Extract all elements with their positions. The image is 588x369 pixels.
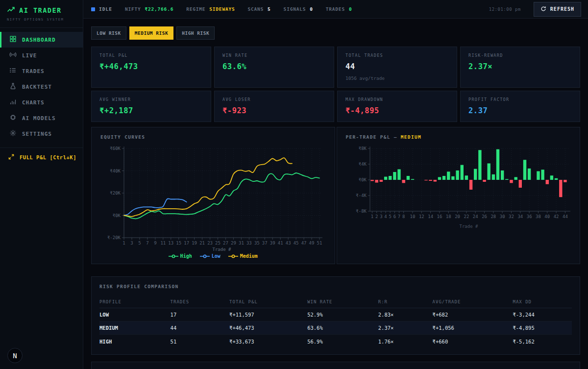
cell-trades: 44 [171,325,230,331]
topbar-item-signals: SIGNALS0 [284,6,313,12]
stat-value: 44 [345,62,449,71]
svg-text:₹8K: ₹8K [358,146,367,151]
topbar-item-label: NIFTY [125,6,141,12]
per-trade-pnl-title: PER-TRADE P&L — MEDIUM [337,127,580,140]
stat-card-total-p-l: TOTAL P&L₹+46,473 [91,47,211,88]
table-row-high[interactable]: HIGH51₹+33,67356.9%1.76×₹+660₹-5,162 [99,335,572,348]
cell-total-pl: ₹+11,597 [229,312,307,318]
svg-text:49: 49 [309,241,315,246]
topbar: IDLE NIFTY₹22,766.6REGIMESIDEWAYSSCANS5S… [83,0,588,19]
svg-text:33: 33 [246,241,252,246]
flask-icon [9,82,17,91]
table-row-medium[interactable]: MEDIUM44₹+46,47363.6%2.37×₹+1,056₹-4,895 [99,321,572,335]
sidebar-item-label: CHARTS [22,99,45,106]
risk-tab-high-risk[interactable]: HIGH RISK [176,26,215,40]
sidebar-item-settings[interactable]: SETTINGS [0,126,83,142]
clock: 12:01:00 pm [489,7,521,12]
sidebar-nav: DASHBOARDLIVETRADESBACKTESTCHARTSAI MODE… [0,28,83,142]
topbar-item-regime: REGIMESIDEWAYS [186,6,235,12]
per-trade-title-text: PER-TRADE P&L — [346,134,397,140]
topbar-item-label: TRADES [326,6,345,12]
svg-text:22: 22 [464,214,469,219]
cell-rr: 2.37× [378,325,433,331]
cell-win-rate: 63.6% [307,325,378,331]
legend-label: Medium [240,253,258,259]
svg-text:23: 23 [207,241,213,246]
topbar-item-value: SIDEWAYS [209,6,235,12]
svg-text:₹40K: ₹40K [110,169,121,173]
svg-text:42: 42 [553,214,559,219]
per-trade-title-profile: MEDIUM [401,134,421,140]
sidebar-item-ai-models[interactable]: AI MODELS [0,110,83,126]
stat-value: ₹+46,473 [99,62,203,71]
trend-up-icon [7,6,15,14]
legend-marker-icon [228,254,238,259]
svg-text:32: 32 [509,214,514,219]
svg-text:45: 45 [294,241,299,246]
svg-text:8: 8 [402,214,404,219]
svg-text:27: 27 [223,241,228,246]
sidebar: AI TRADER NIFTY OPTIONS SYSTEM DASHBOARD… [0,0,83,369]
cell-rr: 1.76× [378,339,433,344]
cell-profile: LOW [99,312,171,318]
cell-avg-trade: ₹+682 [433,312,513,318]
full-pnl-shortcut[interactable]: FULL P&L [Ctrl+K] [0,148,83,167]
full-pnl-label: FULL P&L [Ctrl+K] [20,154,76,160]
sidebar-item-trades[interactable]: TRADES [0,63,83,79]
stat-label: WIN RATE [222,53,326,58]
svg-text:7: 7 [397,214,400,219]
svg-text:19: 19 [192,241,197,246]
legend-item-medium[interactable]: Medium [228,253,258,259]
n-logo: N [7,348,23,363]
svg-text:47: 47 [301,241,307,246]
stat-value: ₹-4,895 [345,106,449,115]
sidebar-footer: N [0,342,83,369]
risk-tab-medium-risk[interactable]: MEDIUM RISK [129,26,173,40]
svg-text:4: 4 [384,214,387,219]
svg-text:Trade #: Trade # [213,247,232,252]
topbar-item-value: ₹22,766.6 [145,6,174,12]
table-col-trades: TRADES [171,299,230,304]
svg-text:1: 1 [370,214,373,219]
sidebar-item-label: AI MODELS [22,115,56,122]
stat-value: 63.6% [222,62,326,71]
cell-win-rate: 52.9% [307,312,378,318]
cell-profile: MEDIUM [99,325,171,331]
stat-label: TOTAL P&L [99,53,203,58]
svg-text:31: 31 [239,241,244,246]
expand-icon [8,153,15,161]
topbar-item-value: 0 [310,6,313,12]
stats-grid: TOTAL P&L₹+46,473WIN RATE63.6%TOTAL TRAD… [91,47,580,122]
stat-card-avg-winner: AVG WINNER₹+2,187 [91,91,211,122]
svg-text:₹-20K: ₹-20K [107,235,121,240]
refresh-button[interactable]: REFRESH [534,2,581,17]
sidebar-item-backtest[interactable]: BACKTEST [0,79,83,95]
stat-subtext: 1056 avg/trade [345,75,449,81]
table-col-avg-trade: AVG/TRADE [433,299,513,304]
table-row-low[interactable]: LOW17₹+11,59752.9%2.83×₹+682₹-3,244 [99,308,572,321]
svg-text:3: 3 [130,241,133,246]
cell-win-rate: 56.9% [307,339,378,344]
legend-item-high[interactable]: High [169,253,192,259]
legend-item-low[interactable]: Low [200,253,220,259]
sidebar-item-live[interactable]: LIVE [0,48,83,63]
svg-text:18: 18 [445,214,451,219]
topbar-stats: NIFTY₹22,766.6REGIMESIDEWAYSSCANS5SIGNAL… [125,6,352,12]
risk-tab-low-risk[interactable]: LOW RISK [91,26,126,40]
sidebar-item-charts[interactable]: CHARTS [0,95,83,110]
svg-text:16: 16 [437,214,442,219]
svg-text:38: 38 [536,214,541,219]
stat-card-win-rate: WIN RATE63.6% [214,47,334,88]
sidebar-item-label: LIVE [22,52,37,59]
cell-max-dd: ₹-4,895 [513,325,572,331]
topbar-item-scans: SCANS5 [247,6,270,12]
per-trade-pnl-panel: PER-TRADE P&L — MEDIUM ₹8K₹4K₹0K₹-4K₹-8K… [337,127,581,264]
table-col-win-rate: WIN RATE [307,299,378,304]
svg-text:₹-8K: ₹-8K [356,209,367,214]
svg-text:10: 10 [410,214,415,219]
sidebar-item-dashboard[interactable]: DASHBOARD [0,32,83,48]
svg-text:₹4K: ₹4K [358,162,367,167]
risk-profile-panel: RISK PROFILE COMPARISON PROFILETRADESTOT… [91,276,580,355]
engine-status: IDLE [91,6,112,12]
topbar-item-nifty: NIFTY₹22,766.6 [125,6,173,12]
